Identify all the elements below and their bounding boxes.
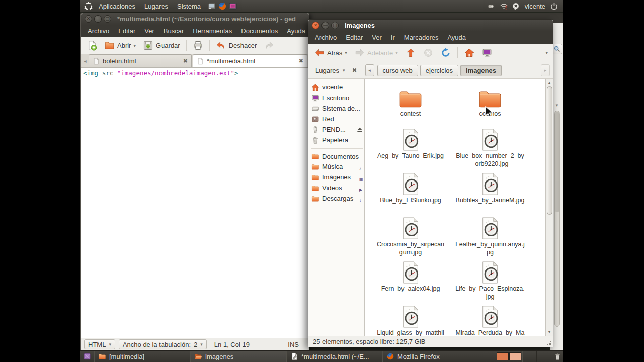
sidebar-item-5[interactable]: Papelera [311,135,363,145]
save-button[interactable]: Guardar [140,39,183,52]
close-icon[interactable]: ✕ [312,22,319,29]
taskbar-window-button-0[interactable]: [multimedia] [94,351,190,362]
tab-scroll-left-icon[interactable]: ◂ [82,58,89,64]
maximize-icon[interactable]: ▢ [104,15,111,23]
sidebar-item-1[interactable]: Escritorio [311,93,363,103]
chevron-down-icon[interactable]: ▾ [133,43,136,48]
forward-button[interactable]: Adelante ▾ [352,46,401,59]
workspace-2[interactable] [509,352,521,360]
sidebar-item-8[interactable]: Imágenes ▦ [311,172,363,183]
firefox-scrollbar[interactable] [554,111,560,327]
scrollbar-thumb[interactable] [547,86,552,215]
me-menu-icon[interactable] [512,2,520,11]
computer-button[interactable] [479,46,495,59]
up-button[interactable] [403,46,419,59]
nautilus-menu-5[interactable]: Ayuda [443,31,470,44]
breadcrumb-0[interactable]: curso web [377,65,418,76]
firefox-icon[interactable] [218,2,227,11]
volume-icon[interactable] [488,2,496,11]
breadcrumb-2[interactable]: imagenes [460,65,502,76]
gedit-text-area[interactable]: <img src="imagenes/nombredelaimagen.ext"… [81,68,309,338]
breadcrumb-scroll-left[interactable]: ◂ [365,64,374,76]
scroll-up-icon[interactable]: ▴ [548,79,550,86]
file-item-5[interactable]: Bubbles_by_JanneM.jpg [452,170,528,215]
toolbar-overflow-icon[interactable]: ▾ [545,50,550,55]
breadcrumb-scroll-right[interactable]: ▸ [541,64,550,76]
taskbar-window-button-3[interactable]: Mozilla Firefox [382,351,478,362]
file-item-2[interactable]: Aeg_by_Tauno_Erik.jpg [373,126,448,170]
workspace-1[interactable] [497,352,509,360]
sidebar-item-2[interactable]: Sistema de... [311,103,363,114]
back-button[interactable]: Atrás ▾ [311,46,350,59]
close-sidebar-icon[interactable]: ✖ [352,67,357,74]
reload-button[interactable] [438,46,454,59]
file-item-6[interactable]: Crocosmia_by_sirpecangum.jpg [373,215,448,259]
undo-button[interactable]: Deshacer [213,39,260,52]
show-desktop-button[interactable] [80,351,94,362]
menu-lugares[interactable]: Lugares [140,0,173,12]
file-item-3[interactable]: Blue_box_number_2_by_orb9220.jpg [452,126,528,170]
gedit-menu-0[interactable]: Archivo [83,25,114,37]
maximize-icon[interactable]: ▢ [331,22,339,29]
gedit-titlebar[interactable]: ✕ — ▢ *multimedia.html (~/Escritorio/cur… [81,13,309,25]
sidebar-item-9[interactable]: Videos ▶ [311,183,363,193]
gedit-tab-1[interactable]: *multimedia.html ✖ [193,54,307,67]
sidebar-item-6[interactable]: Documentos [311,148,363,161]
file-item-1[interactable]: cosmos [452,84,528,126]
chevron-down-icon[interactable]: ▾ [395,50,398,55]
close-icon[interactable]: ✖ [299,58,303,64]
gedit-menu-5[interactable]: Documentos [236,25,282,37]
file-item-11[interactable]: Mirada_Perduda_by_Marxicoli.jpg [452,303,528,336]
close-icon[interactable]: ✕ [85,15,92,23]
gedit-menu-3[interactable]: Buscar [159,25,188,37]
gedit-menu-6[interactable]: Ayuda [282,25,310,37]
open-button[interactable]: Abrir ▾ [101,39,139,52]
nautilus-menu-1[interactable]: Editar [341,31,367,44]
sidebar-item-10[interactable]: Descargas ↓ [311,193,363,204]
taskbar-window-button-2[interactable]: *multimedia.html (~/E... [286,351,382,362]
breadcrumb-1[interactable]: ejercicios [420,65,458,76]
chevron-down-icon[interactable]: ▾ [345,50,347,55]
nautilus-menu-3[interactable]: Ir [386,31,399,44]
nautilus-menu-4[interactable]: Marcadores [399,31,443,44]
home-button[interactable] [461,46,477,59]
file-item-8[interactable]: Fern_by_aalex04.jpg [373,259,448,303]
file-item-7[interactable]: Feather_by_quinn.anya.jpg [452,215,528,259]
gedit-menu-2[interactable]: Ver [140,25,159,37]
sidebar-item-4[interactable]: PEND... [311,124,363,135]
new-document-button[interactable] [84,39,100,52]
trash-applet-button[interactable] [551,351,564,362]
print-button[interactable] [190,39,206,52]
files-scrollbar[interactable]: ▴ ▾ [545,79,553,336]
menu-aplicaciones[interactable]: Aplicaciones [94,0,140,12]
gedit-menu-4[interactable]: Herramientas [188,25,236,37]
media-player-icon[interactable] [207,2,216,11]
minimize-icon[interactable]: — [94,15,102,23]
eject-icon[interactable] [356,126,363,134]
ubuntu-logo-icon[interactable] [84,2,93,11]
username[interactable]: vicente [524,3,546,10]
sidebar-item-0[interactable]: vicente [311,82,363,93]
menu-sistema[interactable]: Sistema [173,0,205,12]
gedit-menu-1[interactable]: Editar [114,25,140,37]
power-icon[interactable] [550,2,558,11]
file-item-9[interactable]: Life_by_Paco_Espinoza.jpg [452,259,528,303]
taskbar-window-button-1[interactable]: imagenes [190,351,286,362]
scroll-down-icon[interactable]: ▾ [548,328,550,336]
stop-button[interactable] [420,46,436,59]
sidebar-item-7[interactable]: Música ♪ [311,161,363,172]
file-view[interactable]: contest cosmos Aeg_by_Tauno_Erik.jpg Blu… [365,79,553,336]
tab-width-combo[interactable]: Ancho de la tabulación: 2 ▾ [119,339,207,349]
network-status-icon[interactable] [500,2,508,11]
file-item-4[interactable]: Blue_by_ElSlunko.jpg [373,170,448,215]
nautilus-titlebar[interactable]: ✕ — ▢ imagenes [308,20,553,31]
screen-recorder-icon[interactable] [228,2,237,11]
file-item-0[interactable]: contest [373,84,448,126]
file-item-10[interactable]: Liquid_glass_by_matthileo.jpg [373,303,448,336]
minimize-icon[interactable]: — [321,22,329,29]
close-icon[interactable]: ✖ [183,58,188,64]
nautilus-menu-0[interactable]: Archivo [310,31,341,44]
resize-grip[interactable] [547,341,552,346]
gedit-tab-0[interactable]: boletin.html ✖ [89,54,192,67]
redo-button[interactable] [261,39,277,52]
